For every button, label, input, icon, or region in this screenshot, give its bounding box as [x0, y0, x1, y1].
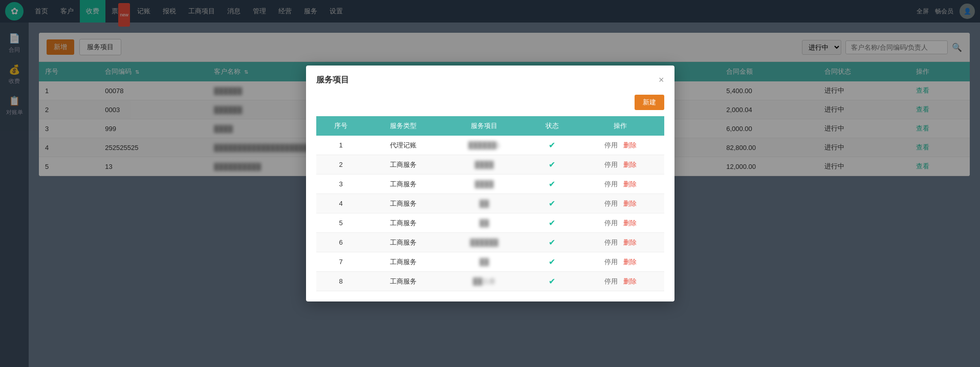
- modal-cell-type: 工商服务: [366, 155, 442, 175]
- modal-cell-type: 工商服务: [366, 194, 442, 213]
- delete-button[interactable]: 删除: [623, 200, 637, 207]
- delete-button[interactable]: 删除: [623, 161, 637, 168]
- modal-table-row: 6 工商服务 ██████ ✔ 停用 删除: [316, 233, 664, 252]
- modal-cell-item: ████: [441, 155, 527, 175]
- modal-table-row: 1 代理记账 ██████1 ✔ 停用 删除: [316, 136, 664, 155]
- modal-cell-no: 5: [316, 213, 366, 233]
- service-items-table: 序号 服务类型 服务项目 状态 操作 1 代理记账 ██████1 ✔ 停用 删…: [316, 116, 664, 291]
- modal-cell-status: ✔: [527, 155, 577, 175]
- modal-new-button[interactable]: 新建: [635, 95, 664, 110]
- modal-cell-status: ✔: [527, 233, 577, 252]
- modal-cell-type: 工商服务: [366, 233, 442, 252]
- modal-cell-item: ██: [441, 252, 527, 272]
- modal-cell-no: 3: [316, 175, 366, 194]
- stop-button[interactable]: 停用: [604, 141, 618, 149]
- modal-table-row: 5 工商服务 ██ ✔ 停用 删除: [316, 213, 664, 233]
- modal-cell-item: ██████1: [441, 136, 527, 155]
- stop-button[interactable]: 停用: [604, 200, 618, 207]
- modal-body: 序号 服务类型 服务项目 状态 操作 1 代理记账 ██████1 ✔ 停用 删…: [306, 116, 674, 301]
- modal-close-button[interactable]: ×: [659, 75, 664, 85]
- modal-cell-status: ✔: [527, 272, 577, 291]
- modal-cell-no: 7: [316, 252, 366, 272]
- modal-cell-action: 停用 删除: [577, 194, 664, 213]
- modal-toolbar: 新建: [306, 91, 674, 116]
- modal-overlay[interactable]: 服务项目 × 新建 序号 服务类型 服务项目 状态 操作 1 代理记账: [0, 0, 980, 367]
- modal-cell-action: 停用 删除: [577, 233, 664, 252]
- modal-cell-type: 代理记账: [366, 136, 442, 155]
- modal-cell-item: ██████: [441, 233, 527, 252]
- modal-cell-item: ████: [441, 175, 527, 194]
- modal-cell-status: ✔: [527, 213, 577, 233]
- modal-cell-item: ██: [441, 194, 527, 213]
- delete-button[interactable]: 删除: [623, 258, 637, 266]
- modal-cell-status: ✔: [527, 252, 577, 272]
- delete-button[interactable]: 删除: [623, 219, 637, 227]
- modal-cell-action: 停用 删除: [577, 252, 664, 272]
- modal-cell-type: 工商服务: [366, 252, 442, 272]
- modal-cell-action: 停用 删除: [577, 175, 664, 194]
- modal-cell-no: 6: [316, 233, 366, 252]
- modal-col-action: 操作: [577, 116, 664, 136]
- modal-cell-status: ✔: [527, 194, 577, 213]
- modal-table-row: 2 工商服务 ████ ✔ 停用 删除: [316, 155, 664, 175]
- delete-button[interactable]: 删除: [623, 180, 637, 188]
- modal-table-row: 8 工商服务 ██注册 ✔ 停用 删除: [316, 272, 664, 291]
- modal-cell-action: 停用 删除: [577, 272, 664, 291]
- modal-header: 服务项目 ×: [306, 66, 674, 91]
- modal-cell-action: 停用 删除: [577, 213, 664, 233]
- delete-button[interactable]: 删除: [623, 277, 637, 285]
- modal-cell-type: 工商服务: [366, 213, 442, 233]
- stop-button[interactable]: 停用: [604, 180, 618, 188]
- modal-table-row: 3 工商服务 ████ ✔ 停用 删除: [316, 175, 664, 194]
- modal-col-item: 服务项目: [441, 116, 527, 136]
- modal-title: 服务项目: [316, 75, 349, 85]
- modal-col-no: 序号: [316, 116, 366, 136]
- modal-col-type: 服务类型: [366, 116, 442, 136]
- stop-button[interactable]: 停用: [604, 161, 618, 168]
- modal-cell-item: ██: [441, 213, 527, 233]
- modal-cell-status: ✔: [527, 136, 577, 155]
- service-items-modal: 服务项目 × 新建 序号 服务类型 服务项目 状态 操作 1 代理记账: [306, 66, 674, 301]
- modal-cell-no: 1: [316, 136, 366, 155]
- modal-cell-type: 工商服务: [366, 272, 442, 291]
- modal-cell-type: 工商服务: [366, 175, 442, 194]
- stop-button[interactable]: 停用: [604, 219, 618, 227]
- delete-button[interactable]: 删除: [623, 141, 637, 149]
- modal-cell-item: ██注册: [441, 272, 527, 291]
- stop-button[interactable]: 停用: [604, 239, 618, 246]
- modal-cell-status: ✔: [527, 175, 577, 194]
- delete-button[interactable]: 删除: [623, 239, 637, 246]
- modal-col-status: 状态: [527, 116, 577, 136]
- modal-cell-no: 8: [316, 272, 366, 291]
- modal-cell-no: 4: [316, 194, 366, 213]
- modal-cell-action: 停用 删除: [577, 136, 664, 155]
- modal-table-row: 4 工商服务 ██ ✔ 停用 删除: [316, 194, 664, 213]
- modal-cell-action: 停用 删除: [577, 155, 664, 175]
- stop-button[interactable]: 停用: [604, 258, 618, 266]
- stop-button[interactable]: 停用: [604, 277, 618, 285]
- modal-table-row: 7 工商服务 ██ ✔ 停用 删除: [316, 252, 664, 272]
- modal-cell-no: 2: [316, 155, 366, 175]
